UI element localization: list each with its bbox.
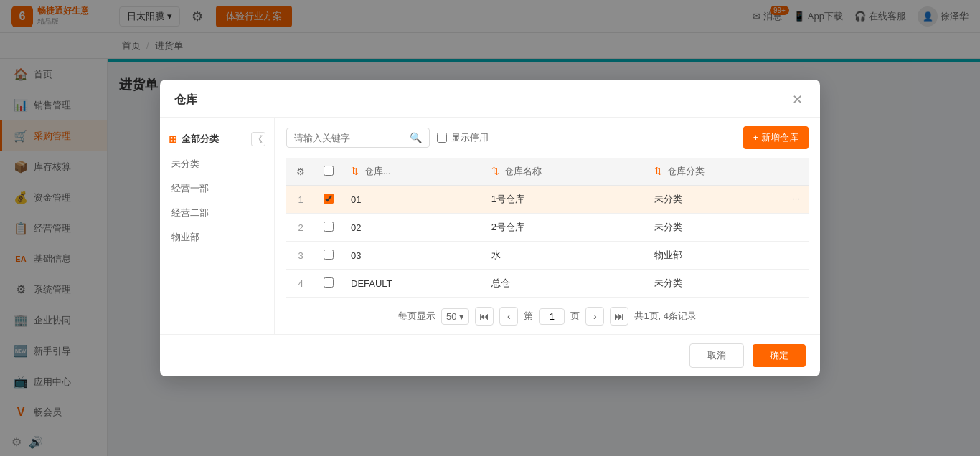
dialog-body: ⊞ 全部分类 《 未分类 经营一部 经营二部 物业部: [160, 118, 820, 334]
row-checkbox[interactable]: [315, 214, 342, 242]
page-unit-label: 页: [570, 310, 580, 323]
page-label: 第: [524, 310, 533, 323]
row-code: 02: [342, 214, 483, 242]
row-name: 水: [483, 242, 646, 270]
row-num: 4: [286, 270, 315, 298]
dialog-header: 仓库 ✕: [160, 80, 820, 118]
category-sidebar: ⊞ 全部分类 《 未分类 经营一部 经营二部 物业部: [160, 118, 275, 334]
row-checkbox[interactable]: [315, 186, 342, 214]
col-name: ⇅ 仓库名称: [483, 158, 646, 186]
row-code: 01: [342, 186, 483, 214]
sort-icon: ⇅: [351, 166, 359, 176]
page-size-value: 50: [446, 311, 456, 322]
col-checkbox: [315, 158, 342, 186]
pagination: 每页显示 50 ▾ ⏮ ‹ 第 页 › ⏭ 共1页, 4条记录: [275, 298, 820, 334]
row-name: 2号仓库: [483, 214, 646, 242]
dialog-close-button[interactable]: ✕: [788, 91, 806, 108]
dialog-toolbar: 🔍 显示停用 + 新增仓库: [275, 118, 820, 158]
row-num: 3: [286, 242, 315, 270]
table-row[interactable]: 1 01 1号仓库 未分类···: [286, 186, 809, 214]
first-page-button[interactable]: ⏮: [475, 307, 494, 326]
cat-item-dept1[interactable]: 经营一部: [160, 176, 274, 201]
col-category: ⇅ 仓库分类: [646, 158, 809, 186]
dialog-overlay: 仓库 ✕ ⊞ 全部分类 《 未分类 经营一部: [0, 0, 980, 456]
cancel-button[interactable]: 取消: [689, 343, 744, 368]
total-info: 共1页, 4条记录: [634, 310, 697, 323]
col-settings: ⚙: [286, 158, 315, 186]
more-icon[interactable]: ···: [792, 193, 800, 204]
per-page-label: 每页显示: [398, 310, 435, 323]
row-category: 未分类: [646, 214, 809, 242]
select-all-checkbox[interactable]: [324, 166, 334, 176]
cat-item-property[interactable]: 物业部: [160, 225, 274, 250]
row-category: 物业部: [646, 242, 809, 270]
collapse-button[interactable]: 《: [251, 132, 265, 146]
dialog-footer: 取消 确定: [160, 334, 820, 376]
all-categories-btn[interactable]: ⊞ 全部分类: [169, 133, 219, 146]
all-categories-label: 全部分类: [182, 133, 219, 146]
sort-icon-name: ⇅: [491, 166, 499, 176]
search-input[interactable]: [294, 133, 405, 143]
row-category: 未分类···: [646, 186, 809, 214]
row-checkbox[interactable]: [315, 242, 342, 270]
table-row[interactable]: 2 02 2号仓库 未分类: [286, 214, 809, 242]
page-input[interactable]: [539, 308, 565, 325]
add-warehouse-button[interactable]: + 新增仓库: [743, 126, 809, 149]
warehouse-dialog: 仓库 ✕ ⊞ 全部分类 《 未分类 经营一部: [160, 80, 820, 376]
row-name: 1号仓库: [483, 186, 646, 214]
page-size-select[interactable]: 50 ▾: [441, 308, 469, 325]
cat-item-dept2[interactable]: 经营二部: [160, 201, 274, 225]
dialog-title: 仓库: [174, 92, 197, 108]
table-row[interactable]: 4 DEFAULT 总仓 未分类: [286, 270, 809, 298]
row-num: 2: [286, 214, 315, 242]
confirm-button[interactable]: 确定: [753, 344, 806, 367]
category-header: ⊞ 全部分类 《: [160, 126, 274, 152]
last-page-button[interactable]: ⏭: [610, 307, 628, 326]
search-box: 🔍: [286, 128, 430, 148]
grid-icon: ⊞: [169, 133, 177, 145]
row-category: 未分类: [646, 270, 809, 298]
cat-item-uncat[interactable]: 未分类: [160, 152, 274, 176]
row-name: 总仓: [483, 270, 646, 298]
settings-col-icon[interactable]: ⚙: [296, 166, 305, 177]
row-code: DEFAULT: [342, 270, 483, 298]
table-row[interactable]: 3 03 水 物业部: [286, 242, 809, 270]
search-icon[interactable]: 🔍: [410, 132, 422, 143]
show-disabled-checkbox[interactable]: [437, 133, 447, 143]
col-code: ⇅ 仓库...: [342, 158, 483, 186]
next-page-button[interactable]: ›: [585, 307, 604, 326]
warehouse-table: ⚙ ⇅ 仓库... ⇅: [286, 158, 809, 298]
prev-page-button[interactable]: ‹: [499, 307, 518, 326]
row-checkbox[interactable]: [315, 270, 342, 298]
warehouse-table-container: ⚙ ⇅ 仓库... ⇅: [275, 158, 820, 298]
dialog-right-panel: 🔍 显示停用 + 新增仓库: [275, 118, 820, 334]
show-disabled-label: 显示停用: [437, 131, 489, 144]
row-code: 03: [342, 242, 483, 270]
row-num: 1: [286, 186, 315, 214]
chevron-down-icon: ▾: [459, 311, 464, 322]
sort-icon-cat: ⇅: [654, 166, 662, 176]
